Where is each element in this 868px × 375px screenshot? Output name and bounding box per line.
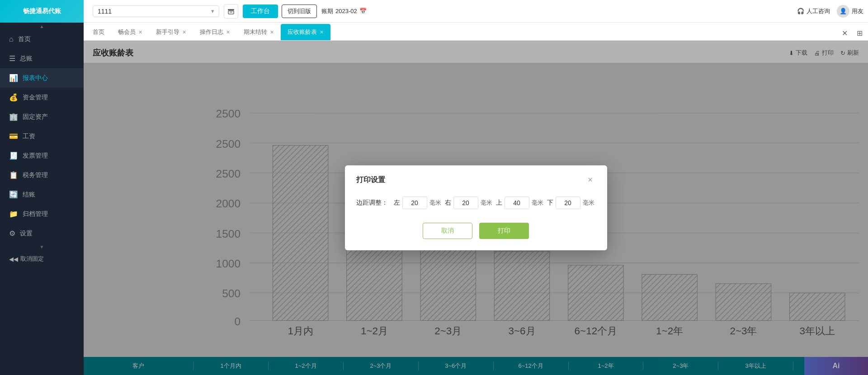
modal-close-button[interactable]: ×: [585, 174, 596, 185]
pin-icon: ◀◀: [9, 256, 18, 262]
report-icon: 📊: [9, 74, 18, 82]
left-label: 左: [394, 199, 400, 207]
sidebar-scroll-up[interactable]: ▲: [0, 23, 84, 30]
company-selector[interactable]: 1111 ▾: [93, 5, 219, 17]
close-all-tabs-button[interactable]: ✕: [838, 27, 851, 39]
calendar-icon[interactable]: 📅: [359, 8, 367, 14]
sidebar-item-tax[interactable]: 📋 税务管理: [0, 165, 84, 185]
invoice-icon: 🧾: [9, 151, 18, 160]
right-label: 右: [445, 199, 451, 207]
bottom-unit: 毫米: [583, 199, 594, 207]
home-icon: ⌂: [9, 35, 14, 43]
cancel-fixed-label: 取消固定: [20, 255, 44, 263]
tab-bar: 首页 畅会员 ✕ 新手引导 ✕ 操作日志 ✕ 期末结转 ✕ 应收账龄表 ✕: [84, 23, 868, 41]
payroll-icon: 💳: [9, 132, 18, 141]
modal-header: 打印设置 ×: [356, 174, 596, 185]
username: 用友: [852, 7, 863, 15]
tab-home-label: 首页: [93, 28, 104, 36]
consult-button[interactable]: 🎧 人工咨询: [797, 7, 830, 15]
archive-nav-icon: 📁: [9, 210, 18, 218]
margin-right-group: 右 毫米: [445, 197, 492, 209]
tab-oplog[interactable]: 操作日志 ✕: [193, 24, 237, 40]
sidebar-item-asset[interactable]: 🏢 固定资产: [0, 107, 84, 127]
confirm-print-button[interactable]: 打印: [479, 223, 529, 239]
avatar: 👤: [837, 5, 849, 18]
sidebar-item-label: 归档管理: [23, 210, 48, 218]
sidebar-item-label: 首页: [18, 35, 31, 43]
maximize-button[interactable]: ⊞: [853, 27, 866, 39]
tab-member[interactable]: 畅会员 ✕: [111, 24, 149, 40]
margin-bottom-group: 下 毫米: [547, 197, 594, 209]
cancel-fixed-button[interactable]: ◀◀ 取消固定: [0, 250, 84, 267]
user-info[interactable]: 👤 用友: [837, 5, 863, 18]
modal-overlay: 打印设置 × 边距调整： 左 毫米: [84, 41, 868, 375]
tab-ar-aging[interactable]: 应收账龄表 ✕: [281, 24, 330, 40]
tab-controls: ✕ ⊞: [838, 27, 866, 40]
svg-rect-2: [230, 12, 232, 13]
sidebar-item-settle[interactable]: 🔄 结账: [0, 185, 84, 204]
period-info: 账期 2023-02 📅: [321, 7, 367, 15]
workbench-button[interactable]: 工作台: [243, 5, 278, 18]
ledger-icon: ☰: [9, 54, 15, 63]
headset-icon: 🎧: [797, 8, 804, 14]
margin-top-group: 上 毫米: [496, 197, 543, 209]
tab-oplog-close[interactable]: ✕: [226, 29, 230, 35]
tab-member-close[interactable]: ✕: [138, 29, 142, 35]
archive-icon[interactable]: [224, 4, 238, 19]
margin-row: 边距调整： 左 毫米 右 毫米: [356, 197, 596, 209]
tab-period-end[interactable]: 期末结转 ✕: [237, 24, 281, 40]
tab-period-end-close[interactable]: ✕: [270, 29, 274, 35]
sidebar-item-label: 设置: [20, 230, 33, 238]
modal-body: 边距调整： 左 毫米 右 毫米: [356, 197, 596, 209]
logo-text: 畅捷通易代账: [23, 7, 61, 15]
tab-guide[interactable]: 新手引导 ✕: [149, 24, 193, 40]
fund-icon: 💰: [9, 93, 18, 102]
sidebar-item-fund[interactable]: 💰 资金管理: [0, 88, 84, 107]
right-input[interactable]: [453, 197, 478, 209]
svg-rect-0: [228, 9, 234, 10]
margin-label: 边距调整：: [356, 199, 388, 207]
bottom-input[interactable]: [556, 197, 580, 209]
tab-home[interactable]: 首页: [86, 24, 111, 40]
right-unit: 毫米: [481, 199, 492, 207]
sidebar-item-label: 工资: [23, 132, 35, 141]
sidebar-item-ledger[interactable]: ☰ 总账: [0, 49, 84, 68]
tab-guide-close[interactable]: ✕: [182, 29, 186, 35]
left-input[interactable]: [402, 197, 427, 209]
old-version-button[interactable]: 切到旧版: [282, 5, 317, 18]
top-input[interactable]: [505, 197, 529, 209]
sidebar-item-setting[interactable]: ⚙ 设置: [0, 224, 84, 243]
page-inner: 应收账龄表 ⬇ 下载 🖨 打印 ↻ 刷新: [84, 41, 868, 375]
bottom-label: 下: [547, 199, 553, 207]
sidebar-item-payroll[interactable]: 💳 工资: [0, 127, 84, 146]
sidebar-item-label: 报表中心: [23, 74, 48, 82]
sidebar-item-archive[interactable]: 📁 归档管理: [0, 204, 84, 224]
consult-label: 人工咨询: [807, 7, 830, 15]
sidebar-item-report[interactable]: 📊 报表中心: [0, 68, 84, 88]
tab-ar-aging-label: 应收账龄表: [288, 28, 317, 36]
cancel-button[interactable]: 取消: [423, 223, 472, 239]
sidebar-item-label: 结账: [23, 191, 35, 199]
user-icon: 👤: [840, 8, 847, 14]
sidebar-item-home[interactable]: ⌂ 首页: [0, 30, 84, 49]
period-label: 账期: [321, 7, 333, 15]
sidebar-scroll-down[interactable]: ▼: [0, 243, 84, 250]
print-dialog: 打印设置 × 边距调整： 左 毫米: [345, 165, 607, 250]
tax-icon: 📋: [9, 171, 18, 179]
logo: 畅捷通易代账: [0, 0, 84, 23]
sidebar-item-invoice[interactable]: 🧾 发票管理: [0, 146, 84, 165]
setting-icon: ⚙: [9, 229, 15, 238]
modal-footer: 取消 打印: [356, 223, 596, 239]
tab-member-label: 畅会员: [118, 28, 136, 36]
tab-period-end-label: 期末结转: [244, 28, 267, 36]
modal-title: 打印设置: [356, 175, 385, 185]
chevron-down-icon: ▾: [211, 8, 214, 14]
top-label: 上: [496, 199, 502, 207]
top-unit: 毫米: [532, 199, 543, 207]
tab-ar-aging-close[interactable]: ✕: [320, 29, 324, 35]
company-name: 1111: [98, 8, 208, 15]
period-value: 2023-02: [335, 8, 357, 14]
tab-guide-label: 新手引导: [156, 28, 179, 36]
margin-left-group: 左 毫米: [394, 197, 441, 209]
page-content: 应收账龄表 ⬇ 下载 🖨 打印 ↻ 刷新: [84, 41, 868, 375]
